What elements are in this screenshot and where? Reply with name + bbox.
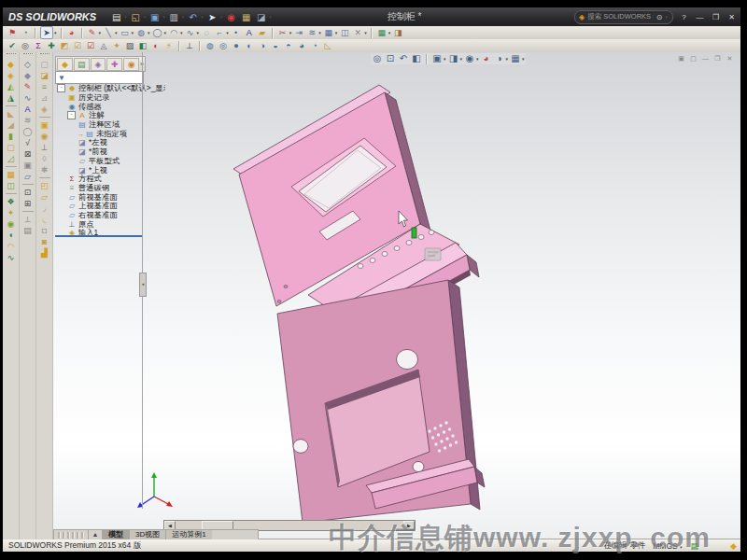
grid-icon[interactable]: ▣ bbox=[21, 160, 35, 171]
mass-properties-icon[interactable]: ◎ bbox=[20, 40, 31, 51]
view-orientation-icon-dropdown[interactable]: ▾ bbox=[444, 56, 446, 62]
circle-icon-dropdown[interactable]: ▾ bbox=[164, 30, 167, 35]
deviation-icon[interactable]: ✦ bbox=[111, 40, 122, 51]
tree-item[interactable]: ▤注释区域 bbox=[55, 120, 165, 130]
tree-item[interactable]: -◆控制柜 (默认<<默认>_显示状态 1 bbox=[55, 84, 165, 93]
relations-icon[interactable]: √ bbox=[21, 137, 35, 148]
pattern-icon[interactable]: ▦ bbox=[5, 169, 18, 180]
convert-entities-icon[interactable]: ⇥ bbox=[293, 27, 304, 38]
cut-extrude-icon[interactable]: ❖ bbox=[5, 196, 18, 207]
gusset-icon[interactable]: ▟ bbox=[38, 247, 51, 259]
undo-icon[interactable]: ↶ bbox=[187, 11, 199, 23]
view-settings-icon[interactable]: ◪ bbox=[255, 11, 267, 23]
trim-icon-dropdown[interactable]: ▾ bbox=[289, 30, 292, 35]
tree-item[interactable]: Σ方程式 bbox=[55, 175, 165, 184]
view-bottom-icon[interactable]: ◒ bbox=[270, 40, 281, 51]
view-front-icon[interactable]: ◍ bbox=[204, 40, 216, 51]
drawing-tool-icon[interactable]: ◺ bbox=[322, 40, 333, 51]
apply-scene-icon-dropdown[interactable]: ▾ bbox=[506, 56, 509, 62]
ellipse-icon[interactable]: ◌ bbox=[201, 27, 212, 38]
panel-collapse-handle[interactable]: ◂ bbox=[139, 273, 147, 297]
view-back-icon[interactable]: ◎ bbox=[218, 40, 229, 51]
dome-icon[interactable]: ◠ bbox=[5, 241, 18, 252]
hide-show-items-icon[interactable]: ◉ bbox=[464, 53, 475, 64]
curvature-icon[interactable]: ⊿ bbox=[38, 92, 51, 104]
trim-icon[interactable]: ✂ bbox=[277, 27, 289, 38]
text-icon[interactable]: A bbox=[244, 27, 255, 38]
tree-item[interactable]: ▱平板型式 bbox=[55, 157, 165, 166]
graphics-area[interactable]: ◎⊡↶◧▣▾◨▾◉▾◕◑▾▦▾ ▣▢—❐✕ ◆▤◈✚◉» ▼ -◆控制柜 (默认… bbox=[53, 52, 740, 539]
spline-icon-dropdown[interactable]: ▾ bbox=[197, 30, 200, 35]
configurationmanager-tab[interactable]: ◈ bbox=[91, 58, 106, 71]
sketch-icon[interactable]: ✎ bbox=[87, 27, 98, 38]
minimize-button[interactable]: — bbox=[693, 11, 707, 23]
view-dimetric-icon[interactable]: ◕ bbox=[296, 40, 307, 51]
view-orientation-icon[interactable]: ▣ bbox=[431, 53, 443, 64]
tree-filter-input[interactable]: ▼ bbox=[55, 71, 144, 84]
open-icon[interactable]: ◱ bbox=[130, 11, 142, 23]
sheetmetal-icon[interactable]: ◰ bbox=[38, 180, 51, 191]
circle-icon[interactable]: ◯ bbox=[152, 27, 163, 38]
tabstrip-grip[interactable] bbox=[54, 530, 88, 539]
line-icon[interactable]: ╲ bbox=[103, 27, 114, 38]
propertymanager-tab[interactable]: ▤ bbox=[74, 58, 90, 71]
chamfer-icon[interactable]: ◢ bbox=[5, 119, 18, 131]
sketch-icon-dropdown[interactable]: ▾ bbox=[99, 30, 102, 35]
doc-minimize-icon[interactable]: — bbox=[700, 53, 711, 63]
tree-item[interactable]: -A注解 bbox=[55, 111, 165, 120]
appearance2-icon[interactable]: ◪ bbox=[38, 70, 51, 81]
zoom-to-area-icon[interactable]: ⊡ bbox=[385, 53, 396, 64]
apply-scene-icon[interactable]: ◑ bbox=[494, 53, 505, 64]
displaymanager-tab[interactable]: ◉ bbox=[123, 58, 139, 71]
view-top-icon[interactable]: ◑ bbox=[257, 40, 268, 51]
view-left-icon[interactable]: ● bbox=[231, 40, 242, 51]
move-entities-icon-dropdown[interactable]: ▾ bbox=[364, 30, 367, 35]
section2-icon[interactable]: ◈ bbox=[38, 104, 51, 115]
table-icon[interactable]: ▦ bbox=[376, 27, 388, 38]
note-icon[interactable]: ◆ bbox=[21, 70, 35, 81]
dimxpertmanager-tab[interactable]: ✚ bbox=[106, 58, 122, 71]
sweep-icon[interactable]: ◭ bbox=[5, 81, 18, 92]
arc-icon[interactable]: ◠ bbox=[168, 27, 179, 38]
linear-pattern-icon[interactable]: ▦ bbox=[323, 27, 334, 38]
sketch-fillet-icon[interactable]: ⌐ bbox=[214, 27, 225, 38]
plane-icon[interactable]: ▱ bbox=[21, 171, 35, 182]
flag-tool-icon[interactable]: ⚑ bbox=[7, 27, 18, 38]
axis-icon[interactable]: ⊥ bbox=[21, 214, 35, 225]
doc-restore-icon[interactable]: ❐ bbox=[712, 53, 723, 63]
tree-expander[interactable]: - bbox=[67, 111, 76, 119]
revolve-icon[interactable]: ◈ bbox=[5, 70, 18, 81]
corner-icon[interactable]: ◘ bbox=[38, 225, 51, 236]
edit-appearance-icon[interactable]: ◕ bbox=[481, 53, 492, 64]
select-cursor-icon-dropdown[interactable]: ▾ bbox=[54, 30, 57, 35]
dimension-icon[interactable]: ◇ bbox=[21, 59, 35, 70]
shell-icon[interactable]: ▢ bbox=[5, 142, 18, 153]
plane-tool-icon[interactable]: ▰ bbox=[257, 27, 268, 38]
spline2-icon[interactable]: ∿ bbox=[21, 92, 35, 104]
tab-运动算例1[interactable]: 运动算例1 bbox=[165, 530, 211, 539]
print-icon[interactable]: ▥ bbox=[168, 11, 180, 23]
table-icon-dropdown[interactable]: ▾ bbox=[388, 30, 391, 35]
toolbar-grip[interactable] bbox=[40, 53, 49, 57]
eval-icon[interactable]: ▢ bbox=[38, 59, 51, 70]
linear-pattern-icon-dropdown[interactable]: ▾ bbox=[335, 30, 338, 35]
offset-entities-icon-dropdown[interactable]: ▾ bbox=[318, 30, 321, 35]
zoom-tool-icon[interactable]: ◯ bbox=[21, 126, 35, 137]
rebuild-icon[interactable]: ◉ bbox=[225, 11, 237, 23]
save-icon[interactable]: ▣ bbox=[148, 11, 161, 23]
view-settings-icon[interactable]: ▦ bbox=[510, 53, 521, 64]
undo-icon-dropdown[interactable]: ▾ bbox=[201, 14, 204, 20]
flatten-icon[interactable]: ▱ bbox=[38, 191, 51, 203]
select-cursor-icon[interactable]: ➤ bbox=[40, 26, 53, 39]
panel-splitter[interactable] bbox=[55, 235, 143, 237]
check-sketch-icon[interactable]: ◩ bbox=[59, 40, 70, 51]
mirror-entities-icon[interactable]: ◫ bbox=[339, 27, 350, 38]
tree-item[interactable]: ▱前视基准面 bbox=[55, 192, 165, 202]
origin-tool-icon[interactable]: ⊥ bbox=[184, 40, 195, 51]
undercut-icon[interactable]: ◐ bbox=[150, 40, 162, 51]
select-icon-dropdown[interactable]: ▾ bbox=[220, 14, 223, 20]
previous-view-icon[interactable]: ↶ bbox=[398, 53, 409, 64]
doc-new-window-icon[interactable]: ▢ bbox=[688, 53, 698, 63]
rectangle-icon-dropdown[interactable]: ▾ bbox=[132, 30, 134, 35]
slot-icon[interactable]: ◍ bbox=[135, 27, 147, 38]
